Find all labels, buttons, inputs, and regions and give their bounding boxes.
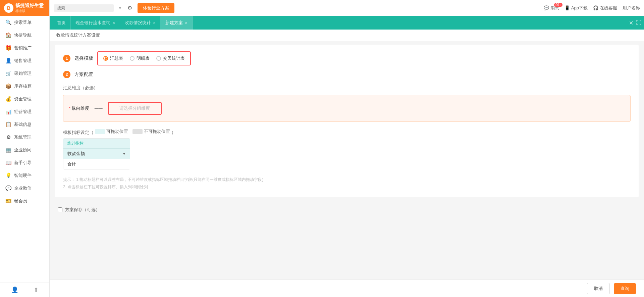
settings-gear-icon[interactable]: ⚙	[127, 5, 132, 11]
app-download-link[interactable]: 📱 App下载	[565, 5, 588, 11]
tip-2: 2. 点击标题栏下拉可设置排序、插入列和删除列	[63, 184, 631, 191]
sidebar-item-label: 智能硬件	[14, 172, 32, 179]
query-button[interactable]: 查询	[614, 283, 636, 294]
template-cross-label: 交叉统计表	[163, 55, 185, 61]
sidebar-item-inventory[interactable]: 📦 库存核算	[0, 80, 49, 93]
sidebar-item-enterprise[interactable]: 🏢 企业协同	[0, 144, 49, 156]
online-service-link[interactable]: 🎧 在线客服	[593, 5, 617, 11]
sidebar-item-sales[interactable]: 👤 销售管理	[0, 54, 49, 67]
step1-number: 1	[63, 55, 70, 62]
metrics-header: 模板指标设定（ 可拖动位置 不可拖动位置 ）	[63, 129, 631, 136]
main-area: ▼ ⚙ 体验行业方案 💬 消息 99+ 📱 App下载 🎧 在线客服 用户名称 …	[50, 0, 644, 297]
save-option-footer: 方案保存（可选）	[50, 203, 644, 217]
sidebar-item-basic[interactable]: 📋 基础信息	[0, 118, 49, 131]
metrics-total-label: 合计	[67, 161, 76, 166]
topbar: ▼ ⚙ 体验行业方案 💬 消息 99+ 📱 App下载 🎧 在线客服 用户名称	[50, 0, 644, 16]
metrics-table-header: 统计指标	[63, 139, 130, 148]
footer-icon-left[interactable]: 👤	[11, 286, 18, 294]
industry-button[interactable]: 体验行业方案	[138, 3, 174, 13]
drag-indicator	[95, 129, 105, 134]
sidebar-item-label: 销售管理	[14, 58, 32, 64]
sidebar-item-guide[interactable]: 📖 新手引导	[0, 156, 49, 169]
sidebar-footer: 👤 ⬆	[0, 283, 49, 297]
sidebar-item-label: 系统管理	[14, 134, 32, 140]
template-radio-cross[interactable]: 交叉统计表	[156, 55, 185, 61]
footer-icon-right[interactable]: ⬆	[34, 286, 39, 294]
dim-arrow: ——	[95, 106, 103, 111]
tab-cashflow-close-icon[interactable]: ✕	[112, 21, 115, 25]
radio-circle-summary	[103, 56, 108, 61]
template-summary-label: 汇总表	[110, 55, 123, 61]
step1-row: 1 选择模板 汇总表 明细表 交叉统计表	[63, 51, 631, 65]
tab-home-label: 首页	[57, 20, 66, 26]
service-icon: 🎧	[593, 5, 598, 10]
tab-receipt[interactable]: 收款情况统计 ✕	[120, 16, 161, 30]
sidebar-item-label: 快捷导航	[14, 32, 32, 38]
metrics-section: 模板指标设定（ 可拖动位置 不可拖动位置 ） 统计指标	[63, 129, 631, 169]
dim-select-button[interactable]: 请选择分组维度	[108, 102, 162, 115]
sales-icon: 👤	[5, 58, 11, 64]
sidebar-item-label: 企业协同	[14, 147, 32, 153]
topbar-search-input[interactable]	[54, 4, 114, 12]
step2-label: 方案配置	[74, 71, 93, 78]
step1-label: 选择模板	[74, 55, 93, 61]
sidebar-item-wechat[interactable]: 💬 企业微信	[0, 182, 49, 195]
message-button[interactable]: 💬 消息 99+	[544, 5, 559, 11]
sidebar-item-label: 基础信息	[14, 121, 32, 128]
radio-circle-detail	[130, 56, 135, 61]
user-name-display: 用户名称	[623, 5, 640, 11]
radio-circle-cross	[156, 56, 161, 61]
save-label: 方案保存（可选）	[65, 207, 100, 213]
dimension-title: 汇总维度（必选）	[63, 85, 631, 91]
sidebar-logo: B 畅捷通好生意 标准版	[0, 0, 49, 16]
topbar-dropdown-arrow[interactable]: ▼	[118, 6, 122, 10]
sidebar-item-member[interactable]: 🎫 畅会员	[0, 195, 49, 207]
tab-close-all-icon[interactable]: ✕	[629, 20, 633, 26]
sidebar-item-finance[interactable]: 💰 资金管理	[0, 93, 49, 105]
sidebar-item-label: 搜索菜单	[14, 19, 32, 26]
tabbar: 首页 现金银行流水查询 ✕ 收款情况统计 ✕ 新建方案 ✕ ✕ ⛶	[50, 16, 644, 30]
template-detail-label: 明细表	[137, 55, 150, 61]
template-selection-box: 汇总表 明细表 交叉统计表	[97, 51, 191, 65]
topbar-right: 💬 消息 99+ 📱 App下载 🎧 在线客服 用户名称	[544, 5, 640, 11]
finance-icon: 💰	[5, 96, 11, 102]
nodrag-label: 不可拖动位置	[144, 129, 170, 135]
app-edition: 标准版	[15, 9, 44, 13]
save-checkbox[interactable]	[58, 207, 62, 212]
inventory-icon: 📦	[5, 83, 11, 89]
tab-cashflow[interactable]: 现金银行流水查询 ✕	[71, 16, 120, 30]
template-radio-summary[interactable]: 汇总表	[103, 55, 123, 61]
tip-1: 提示： 1.拖动标题栏可以调整布局，不可跨维度或指标区域拖动栏目字段(只能在同一…	[63, 176, 631, 184]
sidebar-item-marketing[interactable]: 🎁 营销推广	[0, 42, 49, 54]
sidebar-item-hardware[interactable]: 💡 智能硬件	[0, 169, 49, 182]
sidebar-item-system[interactable]: ⚙ 系统管理	[0, 131, 49, 144]
app-name: 畅捷通好生意	[15, 3, 44, 9]
sidebar-item-label: 资金管理	[14, 96, 32, 102]
sidebar-item-operation[interactable]: 📊 经营管理	[0, 105, 49, 118]
sidebar-item-label: 库存核算	[14, 83, 32, 89]
bottom-bar: 取消 查询	[50, 280, 644, 297]
metrics-cell-amount[interactable]: 收款金额 ▼	[63, 148, 130, 159]
nodrag-indicator	[132, 129, 143, 134]
sidebar-item-quicknav[interactable]: 🏠 快捷导航	[0, 29, 49, 42]
guide-icon: 📖	[5, 160, 11, 166]
sidebar-item-label: 畅会员	[14, 198, 27, 204]
tab-newplan-close-icon[interactable]: ✕	[185, 21, 187, 25]
sidebar-item-purchase[interactable]: 🛒 采购管理	[0, 67, 49, 80]
tab-newplan[interactable]: 新建方案 ✕	[161, 16, 193, 30]
tab-expand-icon[interactable]: ⛶	[636, 20, 641, 26]
cancel-button[interactable]: 取消	[587, 283, 610, 294]
sidebar-item-label: 新手引导	[14, 160, 32, 166]
metrics-amount-label: 收款金额	[67, 151, 85, 157]
template-radio-detail[interactable]: 明细表	[130, 55, 150, 61]
tab-receipt-close-icon[interactable]: ✕	[153, 21, 156, 25]
tab-home[interactable]: 首页	[52, 16, 71, 30]
tabbar-controls: ✕ ⛶	[629, 20, 641, 26]
sidebar-item-search[interactable]: 🔍 搜索菜单	[0, 16, 49, 29]
template-radio-group: 汇总表 明细表 交叉统计表	[103, 55, 185, 61]
metrics-cell-total: 合计	[63, 159, 130, 169]
enterprise-icon: 🏢	[5, 147, 11, 153]
sidebar: B 畅捷通好生意 标准版 🔍 搜索菜单 🏠 快捷导航 🎁 营销推广 👤 销售管理…	[0, 0, 50, 297]
logo-icon: B	[4, 3, 13, 13]
tab-receipt-label: 收款情况统计	[125, 20, 151, 26]
